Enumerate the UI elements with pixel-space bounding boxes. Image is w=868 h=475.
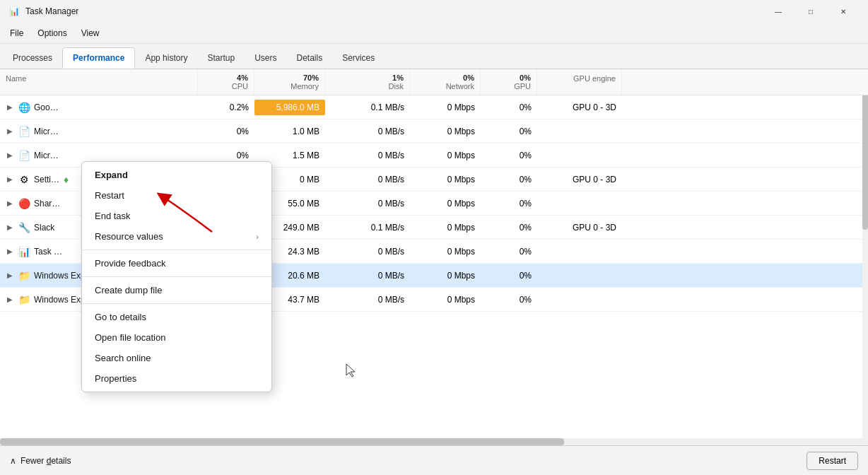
window-controls: — □ ✕: [762, 0, 860, 23]
scrollbar-thumb[interactable]: [862, 90, 868, 230]
cell-cpu: 0.2%: [198, 100, 254, 115]
context-menu-item-properties[interactable]: Properties: [82, 368, 271, 389]
cell-network: 0 Mbps: [410, 148, 481, 163]
context-menu-item-create-dump-file[interactable]: Create dump file: [82, 280, 271, 300]
process-icon: 🌐: [18, 102, 30, 113]
cell-network: 0 Mbps: [410, 172, 481, 187]
expand-icon[interactable]: ▶: [6, 103, 14, 112]
tab-details[interactable]: Details: [286, 47, 332, 69]
tab-users[interactable]: Users: [245, 47, 286, 69]
expand-icon[interactable]: ▶: [6, 295, 14, 304]
cell-gpu-engine: GPU 0 - 3D: [537, 172, 622, 187]
ctx-item-label: Open file location: [95, 332, 165, 343]
process-name: Micr…: [34, 151, 59, 160]
expand-icon[interactable]: ▶: [6, 151, 14, 160]
cell-gpu-engine: GPU 0 - 3D: [537, 100, 622, 115]
expand-icon[interactable]: ▶: [6, 175, 14, 184]
tab-services[interactable]: Services: [332, 47, 385, 69]
col-memory: 70% Memory: [254, 69, 325, 95]
process-name: Micr…: [34, 127, 59, 136]
col-gpu: 0% GPU: [481, 69, 537, 95]
context-menu-item-search-online[interactable]: Search online: [82, 348, 271, 368]
tab-app-history[interactable]: App history: [135, 47, 197, 69]
process-icon: 🔧: [18, 222, 30, 233]
context-menu-item-resource-values[interactable]: Resource values›: [82, 226, 271, 247]
cell-disk: 0 MB/s: [325, 148, 410, 163]
cell-gpu: 0%: [481, 148, 537, 163]
tab-startup[interactable]: Startup: [197, 47, 245, 69]
table-row[interactable]: ▶ 📄 Micr… 0% 1.0 MB 0 MB/s 0 Mbps 0%: [0, 119, 868, 143]
maximize-button[interactable]: □: [794, 0, 827, 23]
cell-gpu-engine: [537, 153, 622, 158]
cell-disk: 0 MB/s: [325, 196, 410, 211]
cell-gpu: 0%: [481, 100, 537, 115]
col-disk: 1% Disk: [325, 69, 410, 95]
context-menu: ExpandRestartEnd taskResource values›Pro…: [81, 161, 272, 392]
fewer-details-button[interactable]: ∧ Fewer details: [10, 456, 71, 466]
cell-network: 0 Mbps: [410, 268, 481, 283]
cell-cpu: 0%: [198, 124, 254, 139]
process-name: Slack: [34, 223, 54, 233]
cell-name: ▶ 🌐 Goo…: [0, 99, 198, 116]
minimize-button[interactable]: —: [762, 0, 794, 23]
process-name: Task …: [34, 247, 62, 257]
expand-icon[interactable]: ▶: [6, 271, 14, 280]
context-menu-item-provide-feedback[interactable]: Provide feedback: [82, 253, 271, 274]
cell-disk: 0 MB/s: [325, 244, 410, 259]
restart-button[interactable]: Restart: [807, 452, 858, 470]
app-icon: 📊: [8, 6, 20, 17]
menu-file[interactable]: File: [3, 25, 30, 41]
ctx-item-label: Search online: [95, 353, 151, 363]
menu-view[interactable]: View: [74, 25, 107, 41]
col-gpu-engine: GPU engine: [537, 69, 622, 95]
process-icon: 📄: [18, 150, 30, 161]
context-menu-item-end-task[interactable]: End task: [82, 206, 271, 226]
cell-network: 0 Mbps: [410, 292, 481, 307]
process-icon: 📄: [18, 126, 30, 137]
menu-options[interactable]: Options: [30, 25, 74, 41]
cell-gpu-engine: GPU 0 - 3D: [537, 220, 622, 235]
context-menu-item-restart[interactable]: Restart: [82, 185, 271, 206]
vertical-scrollbar[interactable]: [862, 90, 868, 438]
cell-gpu: 0%: [481, 292, 537, 307]
process-icon: 📊: [18, 246, 30, 257]
table-header: Name 4% CPU 70% Memory 1% Disk 0% Networ…: [0, 69, 868, 95]
window-title: Task Manager: [25, 6, 762, 16]
tab-processes[interactable]: Processes: [3, 47, 62, 69]
context-menu-separator: [82, 276, 271, 277]
cell-disk: 0.1 MB/s: [325, 100, 410, 115]
context-menu-item-expand[interactable]: Expand: [82, 165, 271, 185]
h-scrollbar-thumb[interactable]: [0, 438, 564, 445]
context-menu-separator: [82, 303, 271, 304]
cell-gpu: 0%: [481, 124, 537, 139]
horizontal-scrollbar[interactable]: [0, 438, 868, 445]
tab-performance[interactable]: Performance: [62, 47, 135, 69]
fewer-details-label: Fewer details: [20, 456, 71, 466]
cell-gpu: 0%: [481, 220, 537, 235]
cell-memory: 5,986.0 MB: [254, 100, 325, 115]
close-button[interactable]: ✕: [827, 0, 860, 23]
menu-bar: File Options View: [0, 23, 868, 44]
cell-disk: 0 MB/s: [325, 124, 410, 139]
tab-bar: Processes Performance App history Startu…: [0, 44, 868, 69]
expand-icon[interactable]: ▶: [6, 223, 14, 232]
process-name: Goo…: [34, 102, 59, 112]
ctx-item-label: Go to details: [95, 312, 146, 322]
ctx-item-label: End task: [95, 211, 131, 221]
cell-disk: 0 MB/s: [325, 292, 410, 307]
table-row[interactable]: ▶ 🌐 Goo… 0.2% 5,986.0 MB 0.1 MB/s 0 Mbps…: [0, 95, 868, 119]
expand-icon[interactable]: ▶: [6, 127, 14, 136]
cell-disk: 0 MB/s: [325, 172, 410, 187]
context-menu-separator: [82, 250, 271, 250]
cell-name: ▶ 📄 Micr…: [0, 123, 198, 140]
expand-icon[interactable]: ▶: [6, 199, 14, 208]
submenu-arrow-icon: ›: [256, 233, 259, 241]
expand-icon[interactable]: ▶: [6, 247, 14, 256]
context-menu-item-open-file-location[interactable]: Open file location: [82, 327, 271, 348]
process-name: Setti…: [34, 175, 59, 184]
process-icon: ⚙: [18, 174, 30, 185]
context-menu-item-go-to-details[interactable]: Go to details: [82, 307, 271, 327]
fewer-details-arrow: ∧: [10, 456, 16, 466]
status-badge: ♦: [64, 174, 69, 185]
cell-gpu-engine: [537, 249, 622, 254]
